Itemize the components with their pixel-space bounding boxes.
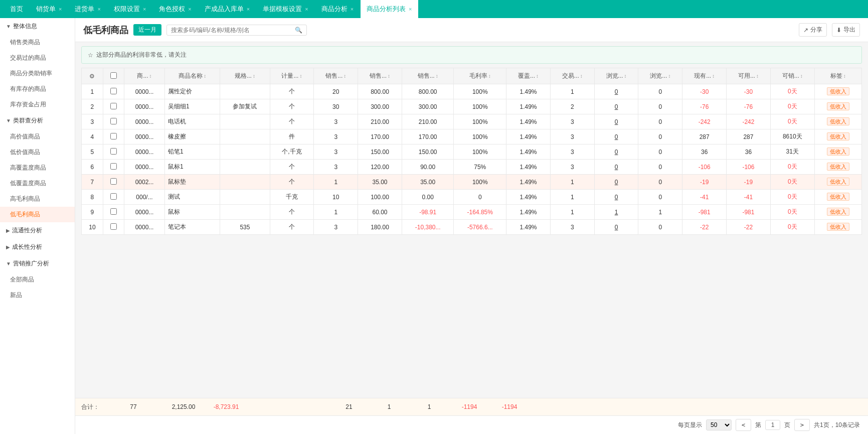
nav-role-auth[interactable]: 角色授权 × [153,0,197,18]
col-settings[interactable]: ⚙ [82,68,103,84]
col-spec[interactable]: 规格...↕ [220,68,270,84]
nav-close-goods-list[interactable]: × [409,6,412,12]
nav-close-permission[interactable]: × [143,6,146,12]
col-gross-margin[interactable]: 毛利率↕ [454,68,506,84]
prev-page-button[interactable]: ＜ [736,419,751,431]
sidebar-item-stock-capital[interactable]: 库存资金占用 [0,97,75,112]
row-select-checkbox[interactable] [110,193,117,200]
nav-close-goods-analysis[interactable]: × [351,6,354,12]
row-browse1[interactable]: 0 [594,114,638,129]
sidebar-item-all-goods[interactable]: 全部商品 [0,272,75,287]
row-select-checkbox[interactable] [110,88,117,94]
sidebar-item-low-value[interactable]: 低价值商品 [0,144,75,160]
sidebar-group-marketing[interactable]: ▼ 营销推广分析 [0,255,75,272]
nav-close-role[interactable]: × [188,6,191,12]
sidebar-item-low-margin[interactable]: 低毛利商品 [0,207,75,222]
col-sales-count[interactable]: 销售...↕ [314,68,358,84]
search-icon[interactable]: 🔍 [295,27,302,34]
nav-home[interactable]: 首页 [4,0,29,18]
page-title: 低毛利商品 [83,24,128,36]
nav-close-purchase[interactable]: × [97,6,100,12]
row-checkbox[interactable] [103,175,124,190]
row-current-stock: -106 [682,160,727,175]
sidebar-item-low-coverage[interactable]: 低覆盖度商品 [0,176,75,191]
sidebar-group-growth[interactable]: ▶ 成长性分析 [0,239,75,255]
nav-goods-analysis[interactable]: 商品分析 × [315,0,360,18]
row-checkbox[interactable] [103,84,124,99]
export-button[interactable]: ⬇ 导出 [832,23,860,37]
table-row: 5 0000... 铅笔1 个,千克 3 150.00 150.00 100% … [82,144,862,160]
sidebar-item-high-coverage[interactable]: 高覆盖度商品 [0,160,75,176]
row-browse1[interactable]: 0 [594,175,638,190]
row-checkbox[interactable] [103,114,124,129]
row-checkbox[interactable] [103,160,124,175]
row-browse1[interactable]: 0 [594,84,638,99]
col-unit[interactable]: 计量...↕ [270,68,314,84]
select-all-checkbox[interactable] [110,72,117,79]
sidebar-group-circulation[interactable]: ▶ 流通性分析 [0,222,75,239]
col-code[interactable]: 商...↕ [124,68,165,84]
page-size-select[interactable]: 50 20 100 [706,419,732,430]
col-browse2[interactable]: 浏览...↕ [638,68,682,84]
col-saleable[interactable]: 可销...↕ [770,68,814,84]
row-checkbox[interactable] [103,220,124,235]
nav-sales-order[interactable]: 销货单 × [30,0,68,18]
sidebar-item-traded-goods[interactable]: 交易过的商品 [0,50,75,66]
col-checkbox[interactable] [103,68,124,84]
row-checkbox[interactable] [103,129,124,144]
table-container[interactable]: ⚙ 商...↕ 商品名称↕ 规格...↕ 计量...↕ 销售...↕ 销售...… [75,68,868,398]
row-select-checkbox[interactable] [110,103,117,109]
col-coverage[interactable]: 覆盖...↕ [506,68,551,84]
row-select-checkbox[interactable] [110,133,117,139]
sidebar-item-high-margin[interactable]: 高毛利商品 [0,191,75,207]
sidebar-item-new-goods[interactable]: 新品 [0,287,75,303]
row-browse1[interactable]: 0 [594,160,638,175]
sidebar-group-cluster[interactable]: ▼ 类群查分析 [0,112,75,129]
time-filter-button[interactable]: 近一月 [133,24,161,36]
row-browse1[interactable]: 0 [594,129,638,144]
nav-goods-analysis-list[interactable]: 商品分析列表 × [361,0,418,18]
row-browse1[interactable]: 0 [594,144,638,160]
nav-close-sales[interactable]: × [59,6,62,12]
row-browse1[interactable]: 1 [594,205,638,220]
col-transaction[interactable]: 交易...↕ [550,68,594,84]
nav-purchase-order[interactable]: 进货单 × [69,0,106,18]
sidebar-item-stocked-goods[interactable]: 有库存的商品 [0,81,75,97]
sidebar-item-sales-goods[interactable]: 销售类商品 [0,35,75,50]
col-tag[interactable]: 标签↕ [814,68,861,84]
row-sales-price: 180.00 [358,220,402,235]
share-button[interactable]: ↗ 分享 [799,23,827,37]
row-code: 0002... [124,175,165,190]
col-sales-profit[interactable]: 销售...↕ [402,68,454,84]
nav-close-template[interactable]: × [305,6,308,12]
sidebar-item-category-rate[interactable]: 商品分类助销率 [0,66,75,81]
row-select-checkbox[interactable] [110,163,117,170]
row-checkbox[interactable] [103,144,124,160]
sidebar-group-overview[interactable]: ▼ 整体信息 [0,18,75,35]
nav-product-inbound[interactable]: 产成品入库单 × [199,0,256,18]
row-checkbox[interactable] [103,205,124,220]
row-sales-price: 100.00 [358,190,402,205]
row-checkbox[interactable] [103,190,124,205]
row-sales-count: 3 [314,160,358,175]
row-select-checkbox[interactable] [110,223,117,230]
search-input[interactable] [171,27,295,34]
row-select-checkbox[interactable] [110,118,117,124]
sidebar-item-high-value[interactable]: 高价值商品 [0,129,75,144]
row-browse1[interactable]: 0 [594,99,638,114]
col-available[interactable]: 可用...↕ [727,68,771,84]
col-current-stock[interactable]: 现有...↕ [682,68,727,84]
row-browse1[interactable]: 0 [594,190,638,205]
col-browse1[interactable]: 浏览...↕ [594,68,638,84]
row-browse1[interactable]: 0 [594,220,638,235]
row-select-checkbox[interactable] [110,208,117,215]
row-select-checkbox[interactable] [110,148,117,155]
next-page-button[interactable]: ＞ [794,419,810,431]
row-checkbox[interactable] [103,99,124,114]
nav-template-settings[interactable]: 单据模板设置 × [257,0,314,18]
col-name[interactable]: 商品名称↕ [164,68,220,84]
row-select-checkbox[interactable] [110,178,117,185]
nav-permission-settings[interactable]: 权限设置 × [108,0,152,18]
nav-close-product[interactable]: × [247,6,250,12]
col-sales-price[interactable]: 销售...↕ [358,68,402,84]
